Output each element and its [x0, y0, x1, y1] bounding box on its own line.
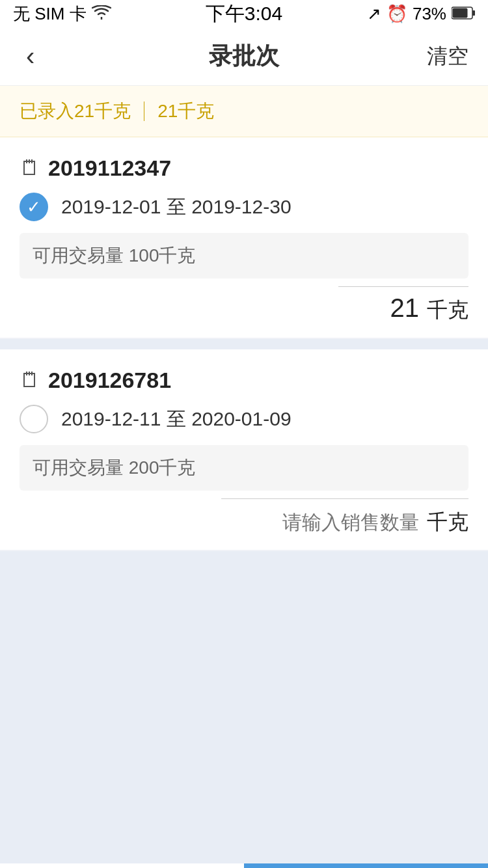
- sales-quantity-input[interactable]: [224, 511, 419, 534]
- status-bar-left: 无 SIM 卡: [13, 3, 111, 25]
- batch-2-availability: 可用交易量 200千克: [20, 445, 468, 491]
- status-bar: 无 SIM 卡 下午3:04 ↗ ⏰ 73%: [0, 0, 488, 27]
- info-banner: 已录入21千克 21千克: [0, 86, 488, 137]
- info-amount: 21千克: [157, 99, 214, 124]
- location-icon: ↗: [367, 4, 381, 24]
- batch-card-2: 🗒 2019126781 2019-12-11 至 2020-01-09 可用交…: [0, 349, 488, 550]
- confirm-button[interactable]: 确定: [244, 863, 488, 868]
- page-title: 录批次: [209, 40, 279, 72]
- bottom-bar: 自动分配 确定: [0, 863, 488, 868]
- wifi-icon: [92, 4, 111, 24]
- batch-2-icon: 🗒: [20, 368, 40, 392]
- batch-1-icon: 🗒: [20, 156, 40, 180]
- empty-area: [0, 551, 488, 863]
- sales-input-row[interactable]: 千克: [0, 499, 488, 550]
- sales-unit-label: 千克: [427, 508, 468, 537]
- status-bar-time: 下午3:04: [206, 1, 282, 27]
- info-recorded-label: 已录入21千克: [20, 99, 131, 124]
- batch-1-amount-value: 21: [390, 293, 420, 323]
- batch-2-dates: 2019-12-11 至 2020-01-09: [61, 406, 291, 433]
- batch-card-1: 🗒 2019112347 ✓ 2019-12-01 至 2019-12-30 可…: [0, 137, 488, 338]
- check-icon: ✓: [27, 197, 41, 217]
- battery-percent: 73%: [413, 4, 446, 24]
- nav-bar: ‹ 录批次 清空: [0, 27, 488, 86]
- batch-2-row[interactable]: 2019-12-11 至 2020-01-09: [0, 401, 488, 441]
- batch-1-amount-row: 21 千克: [0, 287, 488, 338]
- section-divider: [0, 339, 488, 349]
- alarm-icon: ⏰: [386, 4, 407, 24]
- info-divider: [144, 102, 144, 121]
- auto-distribute-button[interactable]: 自动分配: [0, 863, 244, 868]
- batch-1-number: 2019112347: [48, 156, 171, 181]
- clear-button[interactable]: 清空: [427, 42, 468, 71]
- status-bar-right: ↗ ⏰ 73%: [367, 4, 475, 24]
- no-sim-label: 无 SIM 卡: [13, 3, 87, 25]
- svg-rect-1: [472, 10, 475, 16]
- batch-1-row[interactable]: ✓ 2019-12-01 至 2019-12-30: [0, 189, 488, 229]
- batch-1-availability: 可用交易量 100千克: [20, 233, 468, 278]
- battery-icon: [452, 4, 475, 24]
- batch-2-radio[interactable]: [20, 405, 48, 433]
- svg-rect-2: [453, 8, 468, 18]
- batch-1-header: 🗒 2019112347: [0, 137, 488, 189]
- back-button[interactable]: ‹: [20, 35, 41, 77]
- batch-2-header: 🗒 2019126781: [0, 349, 488, 401]
- batch-1-dates: 2019-12-01 至 2019-12-30: [61, 194, 291, 221]
- content-area: 🗒 2019112347 ✓ 2019-12-01 至 2019-12-30 可…: [0, 137, 488, 868]
- batch-1-unit: 千克: [427, 296, 468, 325]
- batch-1-radio[interactable]: ✓: [20, 193, 48, 221]
- batch-2-number: 2019126781: [48, 368, 171, 393]
